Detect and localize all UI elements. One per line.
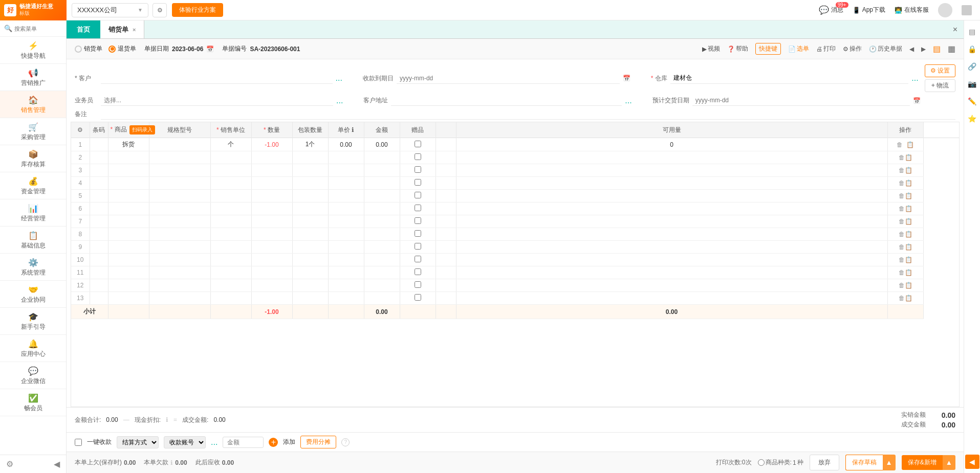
gift-checkbox-6[interactable] — [415, 205, 421, 211]
sidebar-item-finance[interactable]: 💰 资金管理 — [0, 172, 66, 199]
delivery-cal-icon[interactable]: 📅 — [913, 97, 921, 104]
col-gear[interactable]: ⚙ — [71, 122, 90, 138]
logistics-button[interactable]: + 物流 — [925, 79, 955, 92]
copy-icon-9[interactable]: 📋 — [905, 243, 912, 251]
address-dots-btn[interactable]: ... — [625, 96, 631, 105]
sidebar-item-basic-info[interactable]: 📋 基础信息 — [0, 227, 66, 254]
copy-icon-5[interactable]: 📋 — [905, 192, 912, 199]
customer-input[interactable] — [101, 73, 333, 84]
address-input[interactable] — [391, 95, 622, 106]
nav-next-icon[interactable]: ▶ — [921, 46, 926, 53]
copy-icon-4[interactable]: 📋 — [905, 179, 912, 187]
right-panel-camera-icon[interactable]: 📷 — [965, 77, 979, 91]
delete-icon-13[interactable]: 🗑 — [899, 295, 905, 302]
delete-icon-12[interactable]: 🗑 — [899, 282, 905, 289]
settings-button[interactable]: ⚙ 设置 — [925, 64, 955, 77]
operate-btn[interactable]: ⚙ 操作 — [843, 44, 862, 53]
doc-debt-icon[interactable]: ℹ — [170, 459, 173, 466]
radio-return[interactable]: 退货单 — [108, 44, 136, 53]
sidebar-item-sales[interactable]: 🏠 销售管理 — [0, 91, 66, 118]
discard-button[interactable]: 放弃 — [810, 455, 839, 470]
sidebar-item-guide[interactable]: 🎓 新手引导 — [0, 308, 66, 335]
sidebar-item-member[interactable]: ✅ 畅会员 — [0, 389, 66, 416]
settings-icon[interactable]: ⚙ — [153, 3, 167, 17]
right-panel-link-icon[interactable]: 🔗 — [965, 59, 979, 74]
gift-checkbox-10[interactable] — [415, 256, 421, 262]
copy-icon-8[interactable]: 📋 — [905, 231, 912, 238]
gift-checkbox-13[interactable] — [415, 294, 421, 301]
amount-input[interactable] — [223, 437, 264, 448]
gift-checkbox-9[interactable] — [415, 243, 421, 250]
sidebar-item-collab[interactable]: 🤝 企业协同 — [0, 281, 66, 308]
one-click-payment-checkbox[interactable] — [75, 439, 82, 446]
fee-split-btn[interactable]: 费用分摊 — [300, 436, 336, 448]
calendar-icon[interactable]: 📅 — [206, 46, 214, 53]
avatar[interactable] — [938, 3, 952, 17]
copy-icon-12[interactable]: 📋 — [905, 282, 912, 289]
product-cell-1[interactable]: 拆货 — [108, 138, 149, 151]
delete-icon-3[interactable]: 🗑 — [899, 167, 905, 174]
video-btn[interactable]: ▶ 视频 — [702, 44, 720, 53]
delivery-input[interactable] — [692, 95, 910, 106]
add-payment-btn[interactable]: + — [269, 438, 278, 447]
collection-cal-icon[interactable]: 📅 — [623, 75, 630, 82]
tab-close-icon[interactable]: × — [133, 27, 136, 33]
sidebar-settings-icon[interactable]: ⚙ — [6, 459, 13, 469]
gift-checkbox-11[interactable] — [415, 268, 421, 275]
copy-icon-7[interactable]: 📋 — [905, 218, 912, 225]
sidebar-search-input[interactable] — [14, 26, 62, 32]
gift-checkbox-2[interactable] — [415, 153, 421, 160]
right-panel-star-icon[interactable]: ⭐ — [965, 111, 979, 126]
collection-date-input[interactable] — [397, 73, 620, 84]
gift-checkbox-5[interactable] — [415, 192, 421, 198]
history-btn[interactable]: 🕐 历史单据 — [869, 44, 902, 53]
gift-checkbox-3[interactable] — [415, 166, 421, 173]
tab-sales-order[interactable]: 销货单 × — [100, 20, 144, 38]
sidebar-item-purchase[interactable]: 🛒 采购管理 — [0, 118, 66, 145]
shortcut-btn[interactable]: 快捷键 — [755, 43, 781, 55]
customer-dots-btn[interactable]: ... — [336, 74, 342, 83]
company-selector[interactable]: XXXXXX公司 ▼ — [72, 3, 148, 17]
delete-icon-1[interactable]: 🗑 — [897, 141, 903, 148]
copy-icon-3[interactable]: 📋 — [905, 167, 912, 174]
right-panel-edit-icon[interactable]: ✏️ — [965, 94, 979, 108]
message-icon-group[interactable]: 💬 消息 99+ — [819, 5, 843, 15]
delete-icon-4[interactable]: 🗑 — [899, 179, 905, 187]
remark-input[interactable] — [101, 109, 955, 120]
copy-icon-2[interactable]: 📋 — [905, 154, 912, 161]
warehouse-input[interactable] — [670, 73, 909, 84]
nav-prev-icon[interactable]: ◀ — [909, 46, 914, 53]
right-panel-orange-btn[interactable]: ◀ — [965, 455, 979, 469]
right-panel-lock-icon[interactable]: 🔒 — [965, 42, 979, 56]
delete-icon-11[interactable]: 🗑 — [899, 269, 905, 276]
account-select[interactable]: 收款账号 — [164, 436, 206, 448]
sidebar-item-marketing[interactable]: 📢 营销推广 — [0, 64, 66, 91]
tab-home[interactable]: 首页 — [67, 20, 100, 38]
gift-checkbox-4[interactable] — [415, 179, 421, 186]
calc-method-select[interactable]: 结算方式 — [117, 436, 159, 448]
sidebar-item-quick-nav[interactable]: ⚡ 快捷导航 — [0, 37, 66, 64]
gift-checkbox-7[interactable] — [415, 217, 421, 224]
copy-icon-11[interactable]: 📋 — [905, 269, 912, 276]
sidebar-item-wechat[interactable]: 💬 企业微信 — [0, 362, 66, 389]
delete-icon-7[interactable]: 🗑 — [899, 218, 905, 225]
gift-checkbox-12[interactable] — [415, 281, 421, 288]
sidebar-search[interactable]: 🔍 — [0, 20, 66, 37]
save-new-button[interactable]: 保存&新增 — [902, 455, 943, 470]
save-draft-chevron[interactable]: ▲ — [883, 455, 896, 470]
tab-close-button[interactable]: × — [953, 25, 964, 34]
copy-icon-10[interactable]: 📋 — [905, 256, 912, 263]
payment-help-icon[interactable]: ? — [341, 438, 350, 446]
delete-icon-2[interactable]: 🗑 — [899, 154, 905, 161]
account-dots-btn[interactable]: ... — [211, 438, 217, 447]
gift-checkbox-8[interactable] — [415, 230, 421, 237]
warehouse-dots-btn[interactable]: ... — [911, 74, 918, 83]
sidebar-item-inventory[interactable]: 📦 库存核算 — [0, 145, 66, 172]
save-draft-button[interactable]: 保存草稿 — [845, 455, 883, 470]
salesperson-dots-btn[interactable]: ... — [336, 96, 343, 105]
salesperson-input[interactable] — [101, 95, 333, 106]
delete-icon-6[interactable]: 🗑 — [899, 205, 905, 212]
gift-checkbox-1[interactable] — [415, 141, 421, 147]
radio-sales[interactable]: 销货单 — [75, 44, 102, 53]
delete-icon-9[interactable]: 🗑 — [899, 243, 905, 251]
